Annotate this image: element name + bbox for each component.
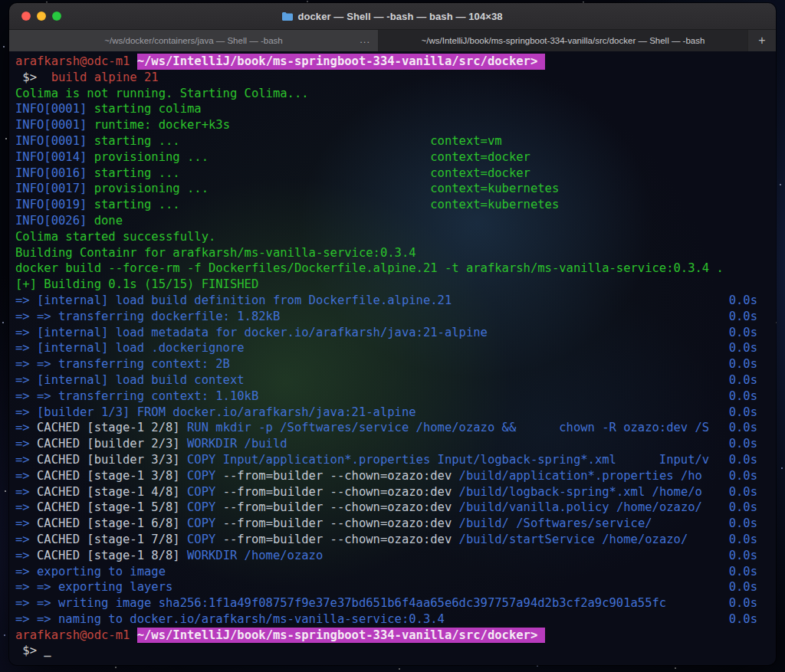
tab-label: ~/ws/IntelliJ/book/ms-springboot-334-van… (422, 36, 705, 45)
terminal-line: => CACHED [stage-1 2/8] RUN mkdir -p /So… (15, 420, 757, 436)
terminal-line: => [internal] load .dockerignore0.0s (15, 340, 757, 356)
duration-label: 0.0s (729, 468, 757, 484)
terminal-line: INFO[0001] runtime: docker+k3s (15, 117, 757, 133)
terminal-line: INFO[0017] provisioning ... context=kube… (15, 181, 757, 197)
terminal-window: docker — Shell — -bash — bash — 104×38 ~… (9, 3, 776, 665)
window-title: docker — Shell — -bash — bash — 104×38 (297, 11, 502, 22)
duration-label: 0.0s (729, 611, 757, 628)
terminal-line: INFO[0016] starting ... context=docker (15, 166, 757, 182)
terminal-line: arafkarsh@odc-m1 ~/ws/IntelliJ/book/ms-s… (15, 628, 757, 644)
terminal-line: INFO[0001] starting ... context=vm (15, 133, 757, 149)
tab-ms-springboot-docker[interactable]: ~/ws/IntelliJ/book/ms-springboot-334-van… (379, 30, 748, 51)
terminal-line: => => transferring dockerfile: 1.82kB0.0… (15, 309, 757, 325)
terminal-line: INFO[0014] provisioning ... context=dock… (15, 149, 757, 166)
duration-label: 0.0s (729, 595, 757, 611)
zoom-button[interactable] (52, 11, 61, 21)
terminal-line: => CACHED [stage-1 7/8] COPY --from=buil… (15, 532, 757, 548)
terminal-line: [+] Building 0.1s (15/15) FINISHED (15, 277, 757, 293)
terminal-line: => => transferring context: 1.10kB0.0s (15, 388, 757, 405)
duration-label: 0.0s (729, 532, 757, 548)
terminal-line: => => exporting layers0.0s (15, 579, 757, 595)
duration-label: 0.0s (729, 500, 757, 516)
tab-bar: ~/ws/docker/containers/java — Shell — -b… (9, 30, 776, 51)
terminal-line: INFO[0019] starting ... context=kubernet… (15, 197, 757, 213)
tab-overflow-button[interactable]: ... (360, 34, 370, 45)
traffic-lights (21, 3, 61, 29)
terminal-line: => CACHED [stage-1 6/8] COPY --from=buil… (15, 516, 757, 532)
terminal-line: => [internal] load build definition from… (15, 293, 757, 309)
terminal-line: => exporting to image0.0s (15, 564, 757, 580)
duration-label: 0.0s (729, 484, 757, 500)
duration-label: 0.0s (729, 372, 757, 388)
terminal-line: => [internal] load build context0.0s (15, 372, 757, 388)
terminal-line: => [builder 1/3] FROM docker.io/arafkars… (15, 405, 757, 421)
terminal-line: INFO[0001] starting colima (15, 101, 757, 117)
terminal-cursor: _ (44, 643, 51, 659)
duration-label: 0.0s (729, 452, 757, 468)
terminal-line: => CACHED [stage-1 3/8] COPY --from=buil… (15, 468, 757, 484)
terminal-line: Colima started successfully. (15, 229, 757, 245)
window-titlebar[interactable]: docker — Shell — -bash — bash — 104×38 (9, 3, 776, 30)
close-button[interactable] (21, 11, 31, 21)
duration-label: 0.0s (729, 309, 757, 325)
terminal-line: => CACHED [stage-1 5/8] COPY --from=buil… (15, 500, 757, 516)
duration-label: 0.0s (729, 405, 757, 421)
terminal-line: INFO[0026] done (15, 213, 757, 229)
duration-label: 0.0s (729, 548, 757, 564)
duration-label: 0.0s (729, 579, 757, 595)
tab-docker-containers-java[interactable]: ~/ws/docker/containers/java — Shell — -b… (9, 30, 379, 51)
terminal-line: Colima is not running. Starting Colima..… (15, 86, 757, 102)
terminal-line: => => transferring context: 2B0.0s (15, 356, 757, 372)
duration-label: 0.0s (729, 293, 757, 309)
prompt-path: ~/ws/IntelliJ/book/ms-springboot-334-van… (137, 628, 545, 644)
terminal-line: => CACHED [stage-1 4/8] COPY --from=buil… (15, 484, 757, 500)
terminal-line: => [internal] load metadata for docker.i… (15, 325, 757, 341)
duration-label: 0.0s (729, 420, 757, 436)
duration-label: 0.0s (729, 356, 757, 372)
new-tab-button[interactable]: + (748, 30, 776, 51)
terminal-content[interactable]: arafkarsh@odc-m1 ~/ws/IntelliJ/book/ms-s… (9, 51, 776, 665)
duration-label: 0.0s (729, 340, 757, 356)
terminal-line: => CACHED [builder 3/3] COPY Input/appli… (15, 452, 757, 468)
terminal-line: docker build --force-rm -f Dockerfiles/D… (15, 261, 757, 277)
duration-label: 0.0s (729, 388, 757, 405)
folder-icon (282, 12, 293, 21)
terminal-line: => CACHED [stage-1 8/8] WORKDIR /home/oz… (15, 548, 757, 564)
terminal-line: Building Containr for arafkarsh/ms-vanil… (15, 245, 757, 261)
tab-label: ~/ws/docker/containers/java — Shell — -b… (104, 36, 282, 45)
terminal-line: $> _ (15, 643, 757, 659)
terminal-line: => CACHED [builder 2/3] WORKDIR /build0.… (15, 436, 757, 452)
prompt-path: ~/ws/IntelliJ/book/ms-springboot-334-van… (137, 54, 545, 70)
duration-label: 0.0s (729, 516, 757, 532)
minimize-button[interactable] (37, 11, 46, 21)
duration-label: 0.0s (729, 436, 757, 452)
terminal-line: $> build alpine 21 (15, 70, 757, 86)
duration-label: 0.0s (729, 564, 757, 580)
terminal-line: arafkarsh@odc-m1 ~/ws/IntelliJ/book/ms-s… (15, 54, 757, 70)
terminal-line: => => writing image sha256:1f1a49f08757f… (15, 595, 757, 611)
terminal-line: => => naming to docker.io/arafkarsh/ms-v… (15, 611, 757, 628)
duration-label: 0.0s (729, 325, 757, 341)
title-area: docker — Shell — -bash — bash — 104×38 (282, 11, 502, 22)
